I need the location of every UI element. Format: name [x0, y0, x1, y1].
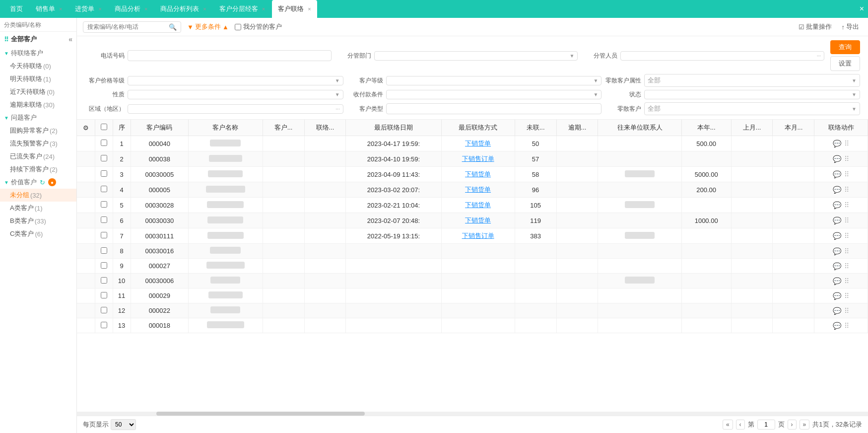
per-page-select[interactable]: 50 20 100: [111, 419, 136, 430]
tab-purchase[interactable]: 进货单 ×: [69, 0, 107, 18]
grid-action-icon[interactable]: ⠿: [844, 201, 849, 209]
chat-action-icon[interactable]: 💬: [833, 216, 841, 224]
group-problem-header[interactable]: ▼ 问题客户: [0, 111, 76, 124]
col-check[interactable]: [95, 120, 113, 136]
manager-select[interactable]: ···: [620, 51, 824, 61]
scatter-customer-select[interactable]: 全部 ▼: [644, 102, 860, 115]
export-button[interactable]: ↑ 导出: [839, 21, 863, 33]
row-check[interactable]: [95, 244, 113, 259]
chat-action-icon[interactable]: 💬: [833, 277, 841, 285]
close-purchase-tab[interactable]: ×: [98, 6, 101, 12]
row-checkbox[interactable]: [101, 170, 107, 177]
close-all-tabs[interactable]: ×: [860, 4, 864, 13]
first-page-button[interactable]: «: [723, 420, 733, 430]
row-check[interactable]: [95, 274, 113, 289]
grid-action-icon[interactable]: ⠿: [844, 216, 849, 224]
my-customers-checkbox[interactable]: [235, 24, 241, 30]
row-check[interactable]: [95, 182, 113, 198]
tab-product-list[interactable]: 商品分析列表 ×: [154, 0, 212, 18]
nature-select[interactable]: ▼: [128, 90, 343, 99]
row-checkbox[interactable]: [101, 232, 107, 238]
check-all[interactable]: [101, 124, 107, 130]
all-customers-header[interactable]: ⠿ 全部客户 «: [0, 32, 76, 47]
row-checkbox[interactable]: [101, 186, 107, 192]
row-checkbox[interactable]: [101, 216, 107, 223]
row-check[interactable]: [95, 167, 113, 182]
tab-customer-layer[interactable]: 客户分层经客 ×: [213, 0, 271, 18]
row-check[interactable]: [95, 259, 113, 274]
batch-operation-button[interactable]: ☑ 批量操作: [796, 21, 835, 33]
tab-home[interactable]: 首页: [4, 0, 29, 18]
row-check[interactable]: [95, 289, 113, 303]
grid-action-icon[interactable]: ⠿: [844, 232, 849, 240]
sidebar-item-tomorrow-pending[interactable]: 明天待联络 (1): [0, 72, 76, 85]
row-checkbox[interactable]: [101, 201, 107, 208]
row-checkbox[interactable]: [101, 140, 107, 146]
chat-action-icon[interactable]: 💬: [833, 262, 841, 270]
more-filters-button[interactable]: ▼ 更多条件 ▲: [187, 22, 229, 31]
row-check[interactable]: [95, 198, 113, 213]
next-page-button[interactable]: ›: [788, 420, 797, 430]
refresh-icon[interactable]: ↻: [40, 179, 45, 186]
group-pending-header[interactable]: ▼ 待联络客户: [0, 47, 76, 60]
chat-action-icon[interactable]: 💬: [833, 247, 841, 255]
sidebar-item-typeB[interactable]: B类客户 (33): [0, 215, 76, 227]
chat-action-icon[interactable]: 💬: [833, 201, 841, 209]
row-checkbox[interactable]: [101, 155, 107, 161]
sidebar-item-ungroup[interactable]: 未分组 (32): [0, 189, 76, 202]
status-select[interactable]: ▼: [644, 90, 860, 99]
region-select[interactable]: ···: [128, 104, 343, 114]
last-way-link[interactable]: 下销货单: [465, 216, 491, 224]
collapse-sidebar-icon[interactable]: «: [68, 35, 72, 43]
row-checkbox[interactable]: [101, 247, 107, 254]
chat-action-icon[interactable]: 💬: [833, 232, 841, 240]
chat-action-icon[interactable]: 💬: [833, 186, 841, 194]
reset-button[interactable]: 设置: [830, 56, 860, 71]
row-checkbox[interactable]: [101, 322, 107, 328]
grid-action-icon[interactable]: ⠿: [844, 140, 849, 147]
price-level-select[interactable]: ▼: [128, 76, 343, 85]
row-check[interactable]: [95, 136, 113, 151]
customer-type-input[interactable]: [386, 103, 602, 114]
close-sales-tab[interactable]: ×: [59, 6, 62, 12]
scroll-thumb[interactable]: [156, 412, 365, 416]
grid-action-icon[interactable]: ⠿: [844, 292, 849, 300]
close-product-list-tab[interactable]: ×: [203, 6, 206, 12]
chat-action-icon[interactable]: 💬: [833, 307, 841, 315]
row-checkbox[interactable]: [101, 277, 107, 284]
query-button[interactable]: 查询: [830, 40, 860, 54]
scatter-attr-select[interactable]: 全部 ▼: [644, 74, 860, 87]
chat-action-icon[interactable]: 💬: [833, 292, 841, 300]
last-page-button[interactable]: »: [800, 420, 810, 430]
chat-action-icon[interactable]: 💬: [833, 155, 841, 163]
grid-action-icon[interactable]: ⠿: [844, 322, 849, 330]
sidebar-item-7days-pending[interactable]: 近7天待联络 (0): [0, 85, 76, 98]
filter-search-input[interactable]: [87, 23, 167, 30]
row-check[interactable]: [95, 318, 113, 333]
payment-select[interactable]: ▼: [386, 90, 602, 99]
group-value-header[interactable]: ▼ 价值客户 ↻ ●: [0, 176, 76, 189]
sidebar-item-declining[interactable]: 持续下滑客户 (2): [0, 163, 76, 176]
sidebar-item-abnormal[interactable]: 固购异常客户 (2): [0, 124, 76, 137]
dept-select[interactable]: ▼: [374, 51, 578, 61]
grid-action-icon[interactable]: ⠿: [844, 277, 849, 285]
prev-page-button[interactable]: ‹: [736, 420, 745, 430]
sidebar-search-input[interactable]: [4, 21, 77, 28]
chat-action-icon[interactable]: 💬: [833, 322, 841, 330]
row-check[interactable]: [95, 303, 113, 318]
row-checkbox[interactable]: [101, 307, 107, 313]
tab-product-analysis[interactable]: 商品分析 ×: [109, 0, 153, 18]
sidebar-item-today-pending[interactable]: 今天待联络 (0): [0, 60, 76, 72]
last-way-link[interactable]: 下销货单: [465, 140, 491, 147]
tab-customer-contact[interactable]: 客户联络 ×: [272, 0, 317, 18]
last-way-link[interactable]: 下销售订单: [462, 232, 494, 239]
sidebar-item-overdue-pending[interactable]: 逾期未联络 (30): [0, 98, 76, 111]
row-check[interactable]: [95, 213, 113, 228]
grid-action-icon[interactable]: ⠿: [844, 307, 849, 315]
page-input[interactable]: [757, 420, 775, 430]
tab-sales[interactable]: 销售单 ×: [30, 0, 68, 18]
row-checkbox[interactable]: [101, 262, 107, 269]
row-check[interactable]: [95, 151, 113, 167]
grid-action-icon[interactable]: ⠿: [844, 247, 849, 255]
grid-action-icon[interactable]: ⠿: [844, 186, 849, 194]
